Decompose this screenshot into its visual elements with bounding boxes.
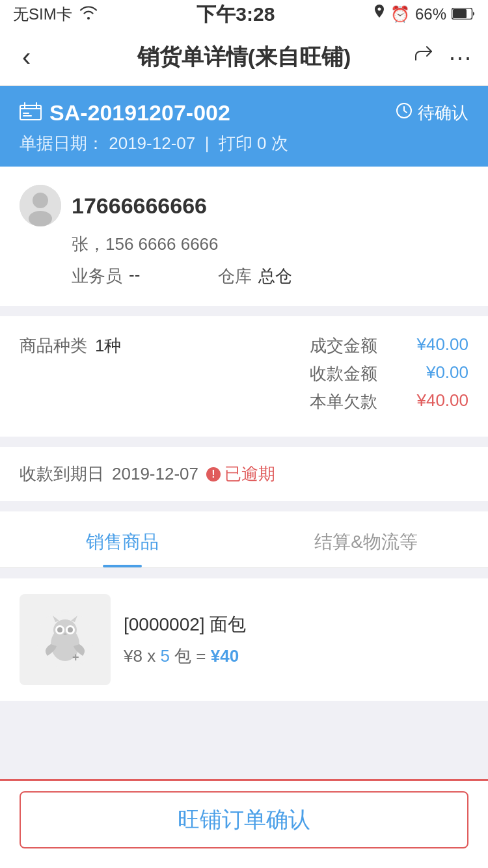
category-label: 商品种类 <box>20 334 87 357</box>
status-clock-icon <box>396 102 413 124</box>
nav-actions: ··· <box>414 44 472 71</box>
avatar <box>20 185 61 226</box>
svg-rect-2 <box>20 105 41 120</box>
nav-bar: ‹ 销货单详情(来自旺铺) ··· <box>0 29 488 86</box>
product-code: [0000002] <box>124 614 205 634</box>
overdue-text: 已逾期 <box>224 463 275 485</box>
product-qty: 5 <box>160 646 169 666</box>
confirm-btn-wrapper: 旺铺订单确认 <box>0 779 488 868</box>
summary-row-deal: 成交金额 ¥40.00 <box>310 334 468 357</box>
order-id: SA-20191207-002 <box>20 100 230 126</box>
deal-amount-label: 成交金额 <box>310 334 377 357</box>
svg-point-5 <box>33 193 48 208</box>
order-header-card: SA-20191207-002 待确认 单据日期： 2019-12-07 | 打… <box>0 86 488 167</box>
alarm-icon: ⏰ <box>390 5 410 23</box>
customer-section: 17666666666 张，156 6666 6666 业务员 -- 仓库 总仓 <box>0 167 488 306</box>
deal-amount-value: ¥40.00 <box>390 334 468 357</box>
order-id-text: SA-20191207-002 <box>49 100 230 126</box>
status-bar: 无SIM卡 下午3:28 ⏰ 66% <box>0 0 488 29</box>
summary-row-owed: 本单欠款 ¥40.00 <box>310 390 468 413</box>
overdue-icon: ! <box>206 467 221 481</box>
svg-point-15 <box>68 627 73 632</box>
warehouse-label: 仓库 <box>218 265 252 288</box>
tabs-section: 销售商品 结算&物流等 <box>0 511 488 568</box>
summary-right: 成交金额 ¥40.00 收款金额 ¥0.00 本单欠款 ¥40.00 <box>310 334 468 418</box>
price-unit: ¥8 <box>124 646 142 666</box>
order-id-icon <box>20 100 42 126</box>
customer-meta: 业务员 -- 仓库 总仓 <box>72 265 468 288</box>
wifi-icon <box>79 5 98 23</box>
due-date-section: 收款到期日 2019-12-07 ! 已逾期 <box>0 447 488 501</box>
page-title: 销货单详情(来自旺铺) <box>137 42 351 72</box>
customer-phone: 17666666666 <box>72 193 207 219</box>
tab-sales-product[interactable]: 销售商品 <box>0 511 244 567</box>
due-date-value: 2019-12-07 <box>112 464 198 484</box>
battery-icon <box>452 5 475 23</box>
tab-settlement-label: 结算&物流等 <box>314 532 418 552</box>
order-status: 待确认 <box>396 102 468 124</box>
location-icon <box>373 5 385 24</box>
owed-amount-value: ¥40.00 <box>390 390 468 413</box>
salesperson-label: 业务员 <box>72 265 122 288</box>
more-button[interactable]: ··· <box>449 44 472 71</box>
battery-level: 66% <box>415 5 446 23</box>
tab-settlement[interactable]: 结算&物流等 <box>244 511 488 567</box>
order-status-text: 待确认 <box>418 102 468 124</box>
product-price: ¥8 x 5 包 = ¥40 <box>124 645 468 668</box>
summary-row-received: 收款金额 ¥0.00 <box>310 362 468 385</box>
product-thumbnail: + <box>20 594 111 685</box>
customer-name-short: 张，156 6666 6666 <box>72 233 468 256</box>
qty-unit: 包 <box>174 646 191 666</box>
warehouse-value: 总仓 <box>258 265 292 288</box>
order-date: 单据日期： 2019-12-07 | 打印 0 次 <box>20 132 468 155</box>
summary-left: 商品种类 1种 <box>20 334 121 357</box>
multiply-sign: x <box>147 646 160 666</box>
product-item: + [0000002] 面包 ¥8 x 5 包 = ¥40 <box>0 578 488 701</box>
product-name-text: 面包 <box>210 614 246 634</box>
product-total: ¥40 <box>211 646 239 666</box>
tab-sales-label: 销售商品 <box>86 532 159 552</box>
status-time: 下午3:28 <box>197 1 275 28</box>
due-date-label: 收款到期日 <box>20 463 104 485</box>
status-left: 无SIM卡 <box>13 4 98 25</box>
product-name: [0000002] 面包 <box>124 612 468 637</box>
confirm-order-button[interactable]: 旺铺订单确认 <box>20 791 468 848</box>
status-right: ⏰ 66% <box>373 5 475 24</box>
product-info: [0000002] 面包 ¥8 x 5 包 = ¥40 <box>124 612 468 668</box>
summary-section: 商品种类 1种 成交金额 ¥40.00 收款金额 ¥0.00 本单欠款 ¥40.… <box>0 316 488 437</box>
received-amount-label: 收款金额 <box>310 362 377 385</box>
svg-point-14 <box>57 627 62 632</box>
sim-status: 无SIM卡 <box>13 4 72 25</box>
share-button[interactable] <box>414 45 433 70</box>
equals-sign: = <box>196 646 210 666</box>
svg-point-6 <box>29 211 52 226</box>
svg-rect-1 <box>453 9 467 18</box>
category-value: 1种 <box>95 334 121 357</box>
overdue-badge: ! 已逾期 <box>206 463 275 485</box>
svg-text:+: + <box>72 651 79 664</box>
received-amount-value: ¥0.00 <box>390 362 468 385</box>
salesperson-value: -- <box>129 265 140 288</box>
owed-amount-label: 本单欠款 <box>310 390 377 413</box>
back-button[interactable]: ‹ <box>16 42 37 72</box>
